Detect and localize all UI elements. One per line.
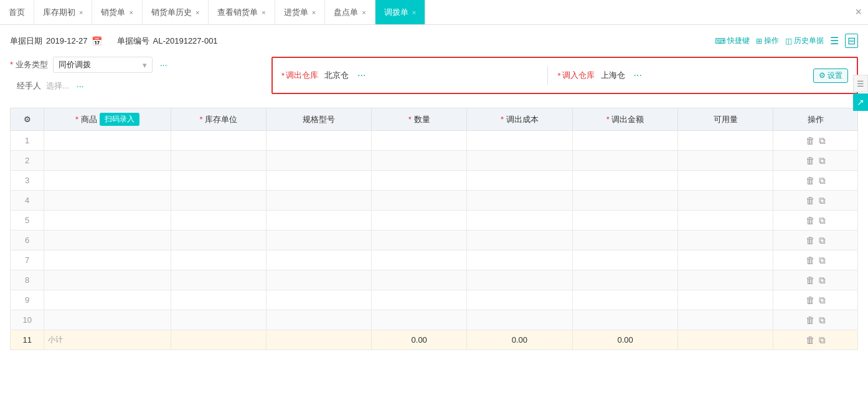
copy-row-1-icon[interactable]: ⧉: [819, 135, 826, 146]
delete-row-1-icon[interactable]: 🗑: [806, 135, 815, 146]
cell-quantity-7[interactable]: [372, 250, 467, 270]
cell-amount-6[interactable]: [572, 231, 678, 250]
scan-entry-button[interactable]: 扫码录入: [100, 113, 139, 126]
delete-row-7-icon[interactable]: 🗑: [806, 255, 815, 265]
transfer-out-value[interactable]: 北京仓: [324, 70, 349, 81]
cell-unit-9[interactable]: [171, 290, 266, 310]
tab-home[interactable]: 首页: [0, 0, 34, 25]
cell-quantity-8[interactable]: [372, 270, 467, 290]
close-tab-inventory-init[interactable]: ×: [79, 9, 83, 16]
cell-quantity-4[interactable]: [372, 191, 467, 211]
copy-row-5-icon[interactable]: ⧉: [819, 215, 826, 226]
cell-unit-10[interactable]: [171, 310, 266, 330]
close-tab-sales-history[interactable]: ×: [196, 9, 199, 16]
tab-sales-order[interactable]: 销货单 ×: [92, 0, 142, 25]
tab-inventory-init[interactable]: 库存期初 ×: [34, 0, 92, 25]
cell-product-2[interactable]: [44, 151, 171, 171]
cell-spec-5[interactable]: [266, 211, 372, 231]
tab-view-sales[interactable]: 查看销货单 ×: [209, 0, 275, 25]
cell-available-5[interactable]: [678, 211, 773, 231]
copy-row-8-icon[interactable]: ⧉: [819, 275, 826, 286]
cell-quantity-6[interactable]: [372, 231, 467, 250]
delete-subtotal-icon[interactable]: 🗑: [806, 335, 815, 345]
cell-cost-9[interactable]: [467, 290, 573, 310]
cell-amount-9[interactable]: [572, 290, 678, 310]
view-toggle-grid[interactable]: ⊟: [845, 34, 858, 48]
transfer-out-more-btn[interactable]: ···: [357, 70, 366, 81]
copy-row-6-icon[interactable]: ⧉: [819, 235, 826, 246]
cell-unit-1[interactable]: [171, 131, 266, 151]
close-tab-sales-order[interactable]: ×: [129, 9, 133, 16]
cell-unit-5[interactable]: [171, 211, 266, 231]
cell-cost-5[interactable]: [467, 211, 573, 231]
transfer-in-value[interactable]: 上海仓: [601, 70, 625, 81]
delete-row-9-icon[interactable]: 🗑: [806, 295, 815, 305]
cell-quantity-9[interactable]: [372, 290, 467, 310]
close-tab-transfer-order[interactable]: ×: [412, 9, 416, 16]
cell-available-10[interactable]: [678, 310, 773, 330]
right-panel-list-btn[interactable]: ☰: [853, 75, 868, 92]
cell-amount-10[interactable]: [572, 310, 678, 330]
cell-product-1[interactable]: [44, 131, 171, 151]
delete-row-6-icon[interactable]: 🗑: [806, 235, 815, 245]
cell-cost-7[interactable]: [467, 250, 573, 270]
cell-unit-4[interactable]: [171, 191, 266, 211]
tab-inventory-check[interactable]: 盘点单 ×: [325, 0, 375, 25]
calendar-icon[interactable]: 📅: [92, 36, 102, 46]
business-type-select[interactable]: 同价调拨 ▾: [53, 57, 153, 73]
cell-spec-9[interactable]: [266, 290, 372, 310]
cell-spec-1[interactable]: [266, 131, 372, 151]
cell-product-7[interactable]: [44, 250, 171, 270]
cell-available-9[interactable]: [678, 290, 773, 310]
cell-quantity-1[interactable]: [372, 131, 467, 151]
copy-row-3-icon[interactable]: ⧉: [819, 175, 826, 186]
shortcuts-btn[interactable]: ⌨ 快捷键: [715, 36, 750, 46]
cell-cost-3[interactable]: [467, 171, 573, 191]
handler-select[interactable]: 选择...: [46, 80, 69, 92]
transfer-in-more-btn[interactable]: ···: [634, 70, 642, 81]
right-panel-export-btn[interactable]: ↗: [853, 93, 868, 111]
cell-product-9[interactable]: [44, 290, 171, 310]
cell-quantity-10[interactable]: [372, 310, 467, 330]
operations-btn[interactable]: ⊞ 操作: [756, 36, 779, 46]
delete-row-8-icon[interactable]: 🗑: [806, 275, 815, 285]
cell-cost-6[interactable]: [467, 231, 573, 250]
delete-row-3-icon[interactable]: 🗑: [806, 175, 815, 186]
cell-available-6[interactable]: [678, 231, 773, 250]
view-toggle-list[interactable]: ☰: [830, 35, 839, 47]
cell-amount-1[interactable]: [572, 131, 678, 151]
cell-product-4[interactable]: [44, 191, 171, 211]
cell-available-4[interactable]: [678, 191, 773, 211]
cell-amount-2[interactable]: [572, 151, 678, 171]
cell-amount-7[interactable]: [572, 250, 678, 270]
cell-available-7[interactable]: [678, 250, 773, 270]
cell-available-8[interactable]: [678, 270, 773, 290]
cell-available-2[interactable]: [678, 151, 773, 171]
cell-spec-4[interactable]: [266, 191, 372, 211]
cell-product-6[interactable]: [44, 231, 171, 250]
delete-row-5-icon[interactable]: 🗑: [806, 215, 815, 226]
copy-row-4-icon[interactable]: ⧉: [819, 195, 826, 206]
delete-row-4-icon[interactable]: 🗑: [806, 195, 815, 206]
copy-subtotal-icon[interactable]: ⧉: [819, 335, 826, 346]
cell-quantity-2[interactable]: [372, 151, 467, 171]
cell-product-3[interactable]: [44, 171, 171, 191]
handler-more-btn[interactable]: ···: [77, 81, 84, 91]
close-all-tabs[interactable]: ×: [849, 0, 868, 25]
copy-row-9-icon[interactable]: ⧉: [819, 295, 826, 306]
cell-spec-7[interactable]: [266, 250, 372, 270]
cell-product-5[interactable]: [44, 211, 171, 231]
cell-amount-8[interactable]: [572, 270, 678, 290]
cell-spec-10[interactable]: [266, 310, 372, 330]
tab-purchase-order[interactable]: 进货单 ×: [275, 0, 325, 25]
close-tab-purchase-order[interactable]: ×: [312, 9, 316, 16]
th-gear[interactable]: ⚙: [11, 108, 44, 131]
cell-available-3[interactable]: [678, 171, 773, 191]
cell-amount-3[interactable]: [572, 171, 678, 191]
copy-row-10-icon[interactable]: ⧉: [819, 315, 826, 326]
cell-amount-4[interactable]: [572, 191, 678, 211]
cell-cost-10[interactable]: [467, 310, 573, 330]
business-type-more-btn[interactable]: ···: [160, 60, 167, 70]
cell-cost-4[interactable]: [467, 191, 573, 211]
cell-unit-6[interactable]: [171, 231, 266, 250]
